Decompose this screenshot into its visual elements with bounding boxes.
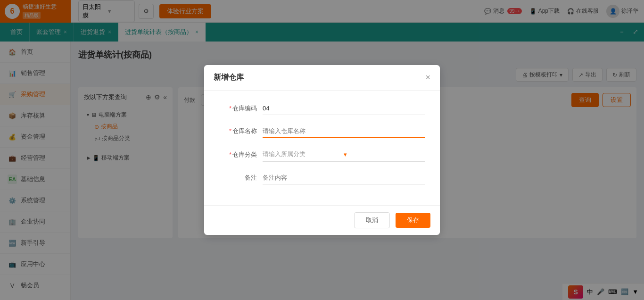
- code-input[interactable]: [263, 102, 425, 115]
- modal-overlay: 新增仓库 × *仓库编码 *仓库名称 *仓库分类: [0, 0, 644, 300]
- note-input[interactable]: [263, 171, 425, 184]
- form-row-code: *仓库编码: [219, 102, 425, 115]
- modal-title: 新增仓库: [214, 73, 244, 83]
- code-label: *仓库编码: [219, 104, 257, 113]
- note-label: 备注: [219, 174, 257, 182]
- form-row-category: *仓库分类 请输入所属分类 ▾: [219, 147, 425, 162]
- category-chevron-icon: ▾: [344, 151, 425, 158]
- form-row-name: *仓库名称: [219, 125, 425, 138]
- modal-footer: 取消 保存: [204, 205, 440, 235]
- category-label: *仓库分类: [219, 150, 257, 159]
- name-input[interactable]: [263, 125, 425, 138]
- name-label: *仓库名称: [219, 127, 257, 135]
- modal-close-button[interactable]: ×: [425, 73, 430, 83]
- add-warehouse-modal: 新增仓库 × *仓库编码 *仓库名称 *仓库分类: [204, 65, 440, 235]
- modal-body: *仓库编码 *仓库名称 *仓库分类 请输入所属分类 ▾: [204, 91, 440, 205]
- modal-header: 新增仓库 ×: [204, 65, 440, 91]
- save-button[interactable]: 保存: [396, 213, 430, 228]
- category-select[interactable]: 请输入所属分类 ▾: [263, 147, 425, 162]
- cancel-button[interactable]: 取消: [354, 212, 390, 228]
- form-row-note: 备注: [219, 171, 425, 184]
